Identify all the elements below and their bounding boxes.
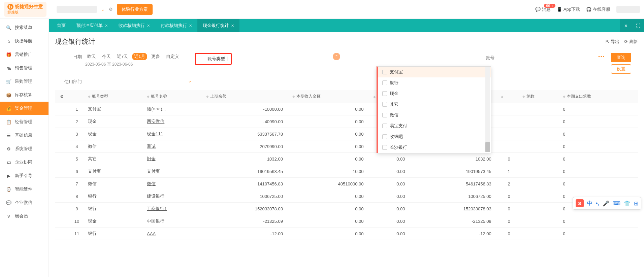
ime-mic-icon[interactable]: 🎤: [603, 200, 609, 207]
table-header-1[interactable]: [68, 90, 85, 103]
refresh-button[interactable]: ⟳刷新: [624, 39, 638, 45]
table-row[interactable]: 2 现金 西安微信 -40990.00 0.00 0: [55, 115, 638, 128]
more-dots-button[interactable]: •••: [595, 53, 608, 61]
tab-close-icon[interactable]: ✕: [147, 24, 150, 28]
sort-icon[interactable]: ◆: [501, 95, 504, 99]
account-name-link[interactable]: 现金111: [147, 131, 163, 136]
app-download-link[interactable]: 📱 App下载: [557, 6, 580, 12]
date-option-1[interactable]: 今天: [100, 53, 113, 60]
account-name-link[interactable]: 微信: [147, 181, 156, 186]
industry-plan-button[interactable]: 体验行业方案: [117, 4, 153, 15]
table-row[interactable]: 4 微信 测试 2079990.00 0.00 0: [55, 140, 638, 153]
table-header-5[interactable]: ◆本期收入金额: [290, 90, 371, 103]
dropdown-option-2[interactable]: 现金: [378, 88, 491, 99]
table-header-3[interactable]: ◆账号名称: [144, 90, 203, 103]
settings-icon[interactable]: ⚙: [109, 7, 113, 12]
table-header-4[interactable]: ◆上期余额: [203, 90, 290, 103]
ime-skin-icon[interactable]: 👕: [624, 200, 631, 207]
sidebar-item-8[interactable]: ☰基础信息: [0, 129, 49, 142]
table-header-8[interactable]: ◆: [498, 90, 520, 103]
dropdown-option-4[interactable]: 微信: [378, 110, 491, 120]
dropdown-option-3[interactable]: 其它: [378, 99, 491, 110]
tab-close-icon[interactable]: ✕: [189, 24, 192, 28]
date-option-5[interactable]: 自定义: [164, 53, 181, 60]
sidebar-item-7[interactable]: 📋经营管理: [0, 115, 49, 129]
table-row[interactable]: 10 现金 中国银行 -21325.09 0.00 0.00 -21325.09…: [55, 215, 638, 228]
table-header-10[interactable]: ◆本期支出笔数: [560, 90, 638, 103]
dropdown-option-1[interactable]: 银行: [378, 77, 491, 88]
sort-icon[interactable]: ◆: [522, 95, 525, 98]
account-type-collapse-icon[interactable]: ⌃: [333, 53, 340, 60]
tab-4[interactable]: 现金银行统计✕: [197, 19, 239, 32]
sidebar-item-13[interactable]: 💬企业微信: [0, 196, 49, 209]
date-option-0[interactable]: 昨天: [85, 53, 98, 60]
table-header-2[interactable]: ◆账号类型: [85, 90, 144, 103]
checkbox-icon[interactable]: [382, 134, 387, 139]
tab-1[interactable]: 预付冲应付单✕: [71, 19, 113, 32]
sidebar-item-10[interactable]: 🗂企业协同: [0, 155, 49, 169]
sort-icon[interactable]: ◆: [147, 95, 150, 98]
filter-settings-button[interactable]: 设置: [611, 64, 631, 74]
sort-icon[interactable]: ◆: [373, 95, 376, 99]
tab-expand-button[interactable]: ⛶: [632, 19, 644, 32]
account-name-link[interactable]: 旧金: [147, 156, 156, 161]
account-name-link[interactable]: 建设银行: [147, 194, 164, 199]
user-placeholder[interactable]: [616, 6, 640, 13]
date-option-4[interactable]: 更多: [149, 53, 162, 60]
sidebar-item-12[interactable]: ⌚智能硬件: [0, 182, 49, 196]
checkbox-icon[interactable]: [382, 113, 387, 117]
checkbox-icon[interactable]: [382, 80, 387, 85]
account-name-link[interactable]: AAA: [147, 231, 156, 236]
table-row[interactable]: 9 银行 工商银行1 152033078.03 0.00 0.00 152033…: [55, 203, 638, 215]
tab-3[interactable]: 付款核销执行✕: [155, 19, 197, 32]
tab-2[interactable]: 收款核销执行✕: [113, 19, 155, 32]
table-header-9[interactable]: ◆笔数: [520, 90, 560, 103]
account-type-select[interactable]: 账号类型: [195, 53, 232, 65]
query-button[interactable]: 查询: [611, 53, 631, 62]
account-name-link[interactable]: 支付宝: [147, 169, 160, 174]
table-row[interactable]: 7 微信 微信 14107456.83 40510000.00 0.00 546…: [55, 178, 638, 190]
account-name-link[interactable]: 西安微信: [147, 119, 164, 124]
checkbox-icon[interactable]: [382, 91, 387, 96]
tab-close-icon[interactable]: ✕: [231, 24, 234, 28]
department-select[interactable]: ⌄: [85, 77, 193, 85]
messages-link[interactable]: 💬 消息 99 +: [535, 6, 551, 12]
ime-punct-icon[interactable]: •,: [596, 200, 599, 206]
gear-icon[interactable]: ⚙: [60, 94, 64, 99]
account-name-link[interactable]: 工商银行1: [147, 206, 167, 211]
ime-toolbox-icon[interactable]: ⊞: [634, 200, 638, 207]
tab-close-icon[interactable]: ✕: [105, 24, 108, 28]
table-row[interactable]: 3 现金 现金111 53337567.78 0.00 0: [55, 128, 638, 140]
sidebar-item-9[interactable]: ⚙系统管理: [0, 142, 49, 155]
sidebar-item-14[interactable]: V畅会员: [0, 209, 49, 223]
sidebar-item-11[interactable]: ▶新手引导: [0, 169, 49, 182]
sidebar-item-0[interactable]: 🔍搜索菜单: [0, 21, 49, 34]
date-option-3[interactable]: 近1月: [132, 53, 147, 60]
dropdown-option-5[interactable]: 易宝支付: [378, 120, 491, 131]
checkbox-icon[interactable]: [382, 124, 387, 128]
checkbox-icon[interactable]: [382, 145, 387, 150]
checkbox-icon[interactable]: [382, 70, 387, 74]
sidebar-item-1[interactable]: ⌂快捷导航: [0, 34, 49, 48]
ime-keyboard-icon[interactable]: ⌨: [613, 200, 620, 207]
sidebar-item-5[interactable]: 📦库存核算: [0, 88, 49, 102]
sort-icon[interactable]: ◆: [563, 95, 566, 98]
dropdown-option-0[interactable]: 支付宝: [378, 67, 491, 77]
ime-toolbar[interactable]: S 中 •, 🎤 ⌨ 👕 ⊞: [573, 197, 641, 210]
dropdown-option-7[interactable]: 长沙银行: [378, 142, 491, 153]
sidebar-item-4[interactable]: 🛒采购管理: [0, 75, 49, 88]
table-row[interactable]: 1 支付宝 陆(○○○)... -10000.00 0.00 0: [55, 103, 638, 115]
dropdown-scroll-thumb[interactable]: [485, 142, 490, 152]
tab-close-all-button[interactable]: ✕: [620, 19, 632, 32]
table-row[interactable]: 8 银行 建设银行 1006725.00 0.00 0.00 1006725.0…: [55, 190, 638, 203]
tab-0[interactable]: 首页: [52, 19, 71, 32]
sidebar-item-2[interactable]: 🎁营销推广: [0, 48, 49, 61]
checkbox-icon[interactable]: [382, 102, 387, 107]
table-header-0[interactable]: ⚙: [55, 90, 68, 103]
account-name-link[interactable]: 陆(○○○)...: [147, 106, 166, 111]
sidebar-item-6[interactable]: 💰资金管理: [0, 102, 49, 115]
date-option-2[interactable]: 近7天: [115, 53, 130, 60]
sort-icon[interactable]: ◆: [292, 95, 295, 98]
dropdown-scrollbar[interactable]: [485, 67, 490, 152]
table-row[interactable]: 5 其它 旧金 1032.00 0.00 0.00 1032.00 0 0: [55, 153, 638, 165]
